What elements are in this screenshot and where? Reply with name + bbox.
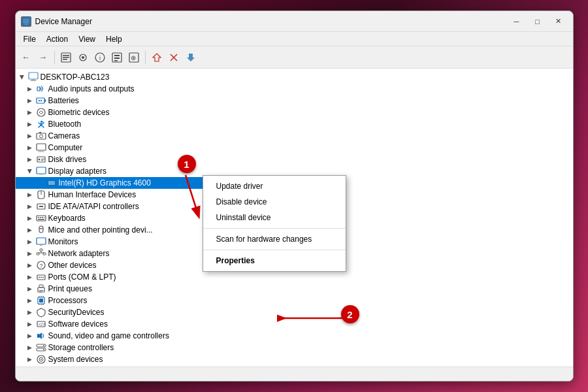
tree-item-batteries[interactable]: Batteries	[16, 95, 205, 106]
scan-hardware-button[interactable]: ⊕	[126, 50, 142, 65]
back-button[interactable]: ←	[18, 50, 34, 65]
show-hidden-button[interactable]	[75, 50, 91, 65]
tree-item-disk[interactable]: Disk drives	[16, 154, 205, 165]
tree-item-ide[interactable]: IDE ATA/ATAPI controllers	[16, 201, 205, 212]
tree-item-hid[interactable]: Human Interface Devices	[16, 189, 205, 201]
svg-marker-17	[153, 54, 161, 61]
tree-item-storage[interactable]: Storage controllers	[16, 342, 205, 353]
other-icon: ?	[36, 260, 46, 270]
tree-item-usb[interactable]: Universal Serial Bus controllers	[16, 365, 205, 367]
forward-button[interactable]: →	[35, 50, 51, 65]
security-arrow	[26, 308, 34, 316]
tree-item-system[interactable]: System devices	[16, 353, 205, 365]
tree-item-monitors[interactable]: Monitors	[16, 236, 205, 248]
display-icon	[36, 166, 46, 176]
tree-item-other[interactable]: ? Other devices	[16, 259, 205, 271]
batteries-arrow	[26, 97, 34, 105]
tree-item-sound[interactable]: Sound, video and game controllers	[16, 330, 205, 342]
uninstall-button[interactable]	[166, 50, 182, 65]
minimize-button[interactable]: ─	[508, 15, 526, 28]
svg-rect-6	[63, 59, 67, 60]
device-manager-window: Device Manager ─ □ ✕ File Action View He…	[15, 10, 574, 382]
menu-file[interactable]: File	[18, 33, 41, 45]
tree-item-print[interactable]: Print queues	[16, 283, 205, 295]
gpu-label: Intel(R) HD Graphics 4600	[59, 178, 203, 188]
svg-rect-34	[39, 150, 43, 152]
svg-rect-50	[38, 217, 39, 218]
tree-root[interactable]: DESKTOP-ABC123	[16, 71, 205, 83]
download-button[interactable]	[183, 50, 199, 65]
close-button[interactable]: ✕	[549, 15, 568, 28]
audio-icon	[36, 84, 46, 94]
mice-label: Mice and other pointing devi...	[48, 225, 203, 235]
svg-rect-77	[39, 299, 43, 302]
title-bar: Device Manager ─ □ ✕	[16, 11, 573, 32]
batteries-icon	[36, 95, 46, 106]
ctx-scan-hardware[interactable]: Scan for hardware changes	[203, 231, 346, 247]
ide-arrow	[26, 203, 34, 210]
svg-text:?: ?	[39, 263, 42, 269]
svg-point-69	[39, 277, 40, 278]
ctx-disable-device[interactable]: Disable device	[203, 194, 346, 210]
svg-rect-53	[44, 217, 44, 218]
monitors-arrow	[26, 238, 34, 246]
svg-text:</>: </>	[39, 322, 45, 327]
tree-item-cameras[interactable]: Cameras	[16, 130, 205, 142]
hid-arrow	[26, 191, 34, 199]
tree-item-software[interactable]: </> Software devices	[16, 318, 205, 330]
tree-item-mice[interactable]: Mice and other pointing devi...	[16, 224, 205, 236]
print-icon	[36, 284, 46, 294]
storage-icon	[36, 342, 46, 353]
show-details-button[interactable]	[58, 50, 74, 65]
software-label: Software devices	[48, 319, 203, 329]
disk-arrow	[26, 155, 34, 163]
svg-rect-12	[114, 55, 120, 56]
window-controls: ─ □ ✕	[508, 15, 568, 28]
usb-icon	[36, 366, 46, 367]
properties-button[interactable]	[109, 50, 125, 65]
menu-action[interactable]: Action	[41, 33, 73, 45]
svg-rect-35	[38, 152, 44, 152]
svg-rect-86	[37, 334, 39, 338]
svg-rect-2	[24, 24, 28, 25]
sound-label: Sound, video and game controllers	[48, 331, 203, 340]
ctx-uninstall-device[interactable]: Uninstall device	[203, 210, 346, 225]
svg-rect-73	[39, 285, 43, 287]
cameras-label: Cameras	[48, 131, 203, 140]
tree-item-intel-gpu[interactable]: Intel(R) HD Graphics 4600	[16, 177, 205, 189]
tree-panel[interactable]: DESKTOP-ABC123 Audio inputs and outputs …	[16, 69, 205, 367]
maximize-button[interactable]: □	[529, 15, 547, 28]
keyboards-arrow	[26, 214, 34, 222]
tree-item-ports[interactable]: Ports (COM & LPT)	[16, 271, 205, 283]
mice-arrow	[26, 226, 34, 234]
menu-view[interactable]: View	[73, 33, 101, 45]
svg-rect-58	[37, 238, 46, 244]
root-label: DESKTOP-ABC123	[41, 73, 203, 82]
status-bar	[16, 367, 573, 381]
tree-item-biometric[interactable]: Biometric devices	[16, 106, 205, 118]
update-driver-button[interactable]	[149, 50, 165, 65]
window-title: Device Manager	[35, 17, 508, 26]
tree-item-display[interactable]: Display adapters	[16, 165, 205, 177]
tree-item-security[interactable]: SecurityDevices	[16, 306, 205, 318]
ports-label: Ports (COM & LPT)	[48, 272, 203, 282]
tree-item-network[interactable]: Network adapters	[16, 248, 205, 259]
svg-point-29	[37, 108, 45, 116]
info-button[interactable]: i	[92, 50, 108, 65]
menu-help[interactable]: Help	[101, 33, 127, 45]
svg-rect-39	[41, 160, 43, 161]
tree-item-keyboards[interactable]: Keyboards	[16, 212, 205, 224]
tree-item-computer[interactable]: Computer	[16, 142, 205, 154]
hid-icon	[36, 189, 46, 200]
tree-item-audio[interactable]: Audio inputs and outputs	[16, 83, 205, 95]
tree-item-processors[interactable]: Processors	[16, 295, 205, 306]
tree-item-bluetooth[interactable]: Bluetooth	[16, 118, 205, 130]
root-arrow	[18, 73, 26, 81]
ide-label: IDE ATA/ATAPI controllers	[48, 202, 203, 211]
display-arrow	[26, 167, 34, 175]
svg-rect-27	[39, 100, 40, 101]
computer-label: Computer	[48, 143, 203, 152]
ctx-update-driver[interactable]: Update driver	[203, 178, 346, 194]
print-label: Print queues	[48, 284, 203, 293]
ctx-properties[interactable]: Properties	[203, 253, 346, 269]
